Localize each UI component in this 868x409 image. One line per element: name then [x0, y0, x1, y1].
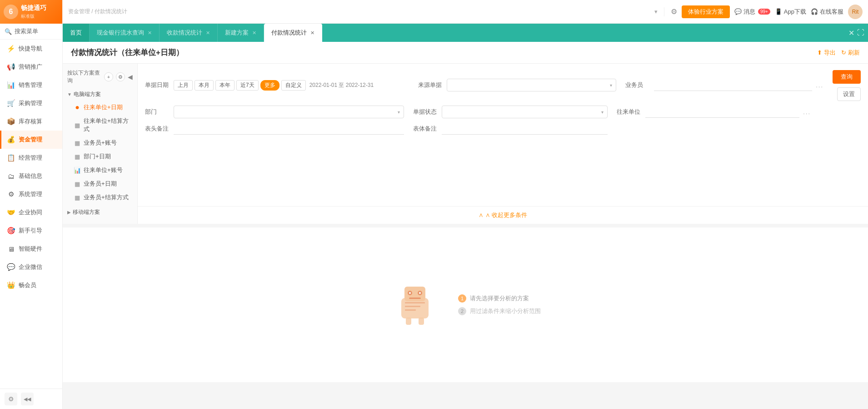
scheme-settings-btn[interactable]: ⚙	[116, 72, 125, 81]
scheme-group-mobile-label: 移动端方案	[73, 208, 100, 216]
tab-home[interactable]: 首页	[63, 24, 90, 42]
source-voucher-label: 来源单据	[418, 81, 443, 89]
scheme-item-staff-settlement-label: 业务员+结算方式	[84, 193, 129, 202]
topbar-dropdown-icon[interactable]: ▾	[654, 8, 658, 15]
tabbar: 首页 现金银行流水查询 ✕ 收款情况统计 ✕ 新建方案 ✕ 付款情况统计 ✕ ✕…	[63, 24, 868, 42]
date-btn-this-month[interactable]: 本月	[195, 80, 214, 91]
scheme-item-active-icon: ●	[74, 104, 81, 111]
collapse-bar[interactable]: ∧ ∧ 收起更多条件	[138, 206, 868, 224]
source-voucher-field: 来源单据 ▾	[418, 79, 616, 91]
scheme-item-staff-account[interactable]: ▦ 业务员+账号	[63, 136, 137, 150]
sidebar-item-sales[interactable]: 📊 销售管理	[0, 76, 62, 94]
svg-rect-8	[405, 306, 420, 307]
table-header-note-input[interactable]	[174, 123, 404, 135]
svg-rect-10	[406, 318, 411, 325]
tab-payment-stats-close[interactable]: ✕	[310, 30, 314, 36]
tab-new-scheme-close[interactable]: ✕	[252, 30, 256, 36]
message-btn[interactable]: 💬 消息 99+	[734, 8, 770, 16]
operations-icon: 📋	[7, 154, 15, 162]
sidebar-item-marketing[interactable]: 📢 营销推广	[0, 58, 62, 76]
collapse-icon: ∧	[479, 212, 484, 218]
message-label: 消息	[743, 8, 755, 16]
sidebar-settings-btn[interactable]: ⚙	[5, 393, 17, 405]
tab-new-scheme-label: 新建方案	[225, 29, 249, 37]
salesman-input[interactable]	[654, 79, 812, 91]
tab-receipt-stats[interactable]: 收款情况统计 ✕	[160, 24, 218, 42]
tab-new-scheme[interactable]: 新建方案 ✕	[218, 24, 264, 42]
salesman-dotdotdot[interactable]: ...	[816, 82, 823, 89]
tab-receipt-stats-close[interactable]: ✕	[206, 30, 210, 36]
sidebar-item-guide[interactable]: 🎯 新手引导	[0, 222, 62, 240]
table-body-note-input[interactable]	[442, 123, 608, 135]
tab-cash-flow-close[interactable]: ✕	[148, 30, 152, 36]
scheme-item-unit-account[interactable]: 📊 往来单位+账号	[63, 163, 137, 177]
sidebar-item-quick-nav[interactable]: ⚡ 快捷导航	[0, 40, 62, 58]
voucher-date-field: 单据日期 上月 本月 本年 近7天 更多 自定义 2022-01-01 至 20…	[145, 80, 409, 91]
scheme-group-desktop-title[interactable]: ▼ 电脑端方案	[63, 88, 137, 101]
topbar-settings-icon[interactable]: ⚙	[671, 7, 677, 16]
guide-icon: 🎯	[7, 227, 15, 235]
related-unit-input[interactable]	[645, 106, 800, 118]
scheme-group-mobile-title[interactable]: ▶ 移动端方案	[63, 206, 137, 218]
sidebar-collapse-btn[interactable]: ◀◀	[21, 393, 34, 405]
sidebar-item-inventory[interactable]: 📦 库存核算	[0, 112, 62, 131]
tab-expand-icon[interactable]: ⛶	[857, 29, 864, 37]
date-btn-custom[interactable]: 自定义	[281, 80, 306, 91]
sidebar-search[interactable]: 🔍 搜索菜单	[0, 24, 62, 40]
scheme-item-icon-1: ▦	[74, 121, 81, 129]
sidebar-item-label: 畅会员	[19, 281, 36, 289]
sidebar-item-enterprise[interactable]: 🤝 企业协同	[0, 203, 62, 222]
scheme-item-unit-settlement-label: 往来单位+结算方式	[84, 117, 133, 133]
date-buttons: 上月 本月 本年 近7天 更多 自定义 2022-01-01 至 2022-12…	[174, 80, 374, 91]
tab-cash-flow-label: 现金银行流水查询	[97, 29, 144, 37]
service-icon: 🎧	[811, 8, 818, 15]
refresh-btn[interactable]: ↻ 刷新	[841, 49, 860, 57]
sidebar-item-system[interactable]: ⚙ 系统管理	[0, 185, 62, 203]
settings-btn[interactable]: 设置	[837, 87, 861, 101]
scheme-item-staff-settlement[interactable]: ▦ 业务员+结算方式	[63, 191, 137, 204]
query-btn[interactable]: 查询	[833, 70, 861, 84]
date-btn-this-year[interactable]: 本年	[215, 80, 234, 91]
sidebar-item-finance[interactable]: 💰 资金管理	[0, 131, 62, 149]
download-icon: 📱	[775, 8, 782, 15]
sidebar-item-member[interactable]: 👑 畅会员	[0, 276, 62, 294]
tab-home-label: 首页	[70, 29, 82, 37]
export-icon: ⬆	[817, 49, 822, 56]
collapse-label: ∧ 收起更多条件	[485, 212, 528, 218]
tab-payment-stats[interactable]: 付款情况统计 ✕	[264, 24, 322, 42]
scheme-item-unit-settlement[interactable]: ▦ 往来单位+结算方式	[63, 114, 137, 136]
sidebar-item-hardware[interactable]: 🖥 智能硬件	[0, 240, 62, 258]
date-btn-more[interactable]: 更多	[260, 80, 279, 91]
quick-nav-icon: ⚡	[7, 45, 15, 53]
date-btn-last-7days[interactable]: 近7天	[236, 80, 259, 91]
sidebar-item-operations[interactable]: 📋 经营管理	[0, 149, 62, 167]
scheme-item-unit-date[interactable]: ● 往来单位+日期	[63, 101, 137, 114]
voucher-status-select[interactable]: ▾	[442, 106, 608, 118]
filter-panel: 按以下方案查询 + ⚙ ◀ ▼ 电脑端方案 ● 往来单位+日期	[63, 64, 868, 224]
sidebar: 6 畅捷通巧 标准版 🔍 搜索菜单 ⚡ 快捷导航 📢 营销推广 📊 销售管理 🛒…	[0, 0, 63, 409]
scheme-add-btn[interactable]: +	[104, 72, 113, 81]
scheme-sidebar: 按以下方案查询 + ⚙ ◀ ▼ 电脑端方案 ● 往来单位+日期	[63, 64, 138, 224]
sidebar-item-basic[interactable]: 🗂 基础信息	[0, 167, 62, 185]
app-download-btn[interactable]: 📱 App下载	[775, 8, 806, 16]
related-unit-dotdotdot[interactable]: ...	[803, 109, 811, 116]
svg-point-5	[419, 292, 421, 294]
source-voucher-select[interactable]: ▾	[447, 79, 616, 91]
scheme-collapse-icon[interactable]: ◀	[128, 73, 133, 81]
sidebar-item-label: 企业协同	[19, 208, 42, 217]
dept-select[interactable]: ▾	[174, 106, 404, 118]
online-service-btn[interactable]: 🎧 在线客服	[811, 8, 843, 16]
sidebar-item-purchase[interactable]: 🛒 采购管理	[0, 94, 62, 112]
scheme-item-staff-date[interactable]: ▦ 业务员+日期	[63, 177, 137, 191]
sidebar-item-wechat[interactable]: 💬 企业微信	[0, 258, 62, 276]
user-avatar[interactable]: Rit	[848, 5, 863, 19]
tab-close-all-icon[interactable]: ✕	[848, 29, 854, 37]
scheme-item-dept-date[interactable]: ▦ 部门+日期	[63, 150, 137, 163]
related-unit-field: 往来单位 ...	[617, 106, 811, 118]
sales-icon: 📊	[7, 81, 15, 89]
step-num-1: 1	[458, 294, 466, 303]
export-btn[interactable]: ⬆ 导出	[817, 49, 836, 57]
trial-btn[interactable]: 体验行业方案	[682, 5, 730, 18]
date-btn-last-month[interactable]: 上月	[174, 80, 193, 91]
tab-cash-flow[interactable]: 现金银行流水查询 ✕	[90, 24, 160, 42]
